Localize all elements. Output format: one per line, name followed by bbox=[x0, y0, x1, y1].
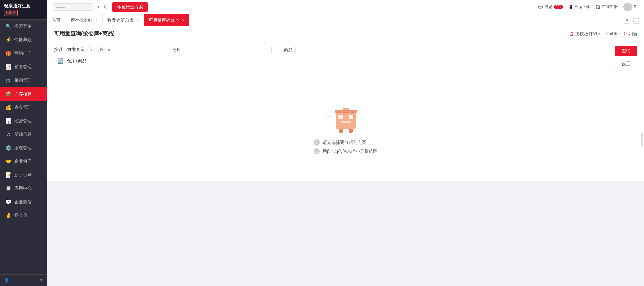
sidebar-footer[interactable]: 👤 ▼ bbox=[0, 274, 47, 286]
newguide-icon: 📝 bbox=[5, 172, 11, 178]
finance-icon: 💰 bbox=[5, 104, 11, 110]
sidebar-nav: 🔍 搜索菜单 ⚡ 快捷导航 🎁 营销推广 📈 销售管理 🛒 采购管理 📦 库存核… bbox=[0, 20, 47, 274]
user-name: Rit bbox=[634, 5, 639, 9]
sidebar-item-search[interactable]: 🔍 搜索菜单 bbox=[0, 20, 47, 33]
sidebar-item-label: 营销推广 bbox=[14, 50, 32, 56]
scheme-item-label: 仓库+商品 bbox=[67, 58, 87, 64]
sidebar-item-appcenter[interactable]: 🔲 应用中心 bbox=[0, 182, 47, 195]
goods-more-icon[interactable]: ··· bbox=[386, 47, 390, 53]
message-badge: 99+ bbox=[554, 5, 563, 9]
basic-icon: 🗂 bbox=[5, 131, 11, 137]
empty-hint-1: 1 请先选择要分析的方案 bbox=[314, 139, 378, 146]
filter-manage-scheme-btn[interactable]: ⚙ bbox=[98, 46, 105, 53]
topbar-search-box[interactable]: ▬▬ bbox=[53, 3, 93, 11]
sidebar-item-label: 销售管理 bbox=[14, 64, 32, 70]
tab-home-label: 首页 bbox=[52, 17, 61, 23]
user-avatar-icon bbox=[623, 3, 632, 11]
hint-number-1: 1 bbox=[314, 139, 320, 146]
topbar-service[interactable]: 🎧 在线客服 bbox=[595, 4, 618, 10]
sidebar-item-label: 企业微信 bbox=[14, 199, 32, 205]
export-label: 导出 bbox=[609, 31, 618, 37]
tab-available-close[interactable]: × bbox=[182, 18, 184, 23]
tab-available[interactable]: 可用量库存账本 × bbox=[144, 14, 189, 26]
sidebar-item-inventory[interactable]: 📦 库存核算 bbox=[0, 87, 47, 101]
sidebar-item-label: 库存核算 bbox=[14, 91, 32, 97]
settings-button[interactable]: 设置 bbox=[615, 59, 637, 69]
topbar-dropdown-icon[interactable]: ▾ bbox=[97, 4, 100, 9]
query-button[interactable]: 查询 bbox=[615, 46, 637, 56]
sidebar-item-member[interactable]: ✌ 畅会员 bbox=[0, 209, 47, 222]
goods-input[interactable] bbox=[295, 46, 383, 54]
filter-collapse-icon[interactable]: « bbox=[108, 47, 110, 52]
topbar-user[interactable]: Rit bbox=[623, 3, 639, 11]
filter-scheme-item-warehouse-goods[interactable]: 🔄 仓库+商品 bbox=[54, 56, 161, 66]
sidebar-logo: 畅康通好生意 bbox=[4, 3, 30, 9]
warehouse-input[interactable] bbox=[184, 46, 272, 54]
svg-line-10 bbox=[359, 110, 363, 114]
svg-line-9 bbox=[327, 116, 332, 117]
refresh-action[interactable]: ↻ 刷新 bbox=[623, 31, 637, 37]
sidebar-item-finance[interactable]: 💰 资金管理 bbox=[0, 101, 47, 114]
empty-illustration bbox=[326, 100, 366, 134]
sidebar-item-newguide[interactable]: 📝 新手引导 bbox=[0, 168, 47, 182]
sidebar-item-operation[interactable]: 📊 经营管理 bbox=[0, 114, 47, 128]
tab-stock-summary-close[interactable]: × bbox=[136, 18, 139, 23]
hint-text-1: 请先选择要分析的方案 bbox=[323, 139, 366, 146]
print-label: 按模板打印 bbox=[575, 31, 597, 37]
sidebar: 畅康通好生意 标准版 🔍 搜索菜单 ⚡ 快捷导航 🎁 营销推广 📈 销售管理 🛒… bbox=[0, 0, 47, 286]
tabs-controls: ✕ ⛶ bbox=[620, 14, 644, 26]
sidebar-item-label: 经营管理 bbox=[14, 118, 32, 124]
tab-batch[interactable]: 库存批次账 × bbox=[66, 14, 103, 26]
sidebar-scroll-down-icon[interactable]: ▼ bbox=[39, 278, 43, 283]
enterprise-icon: 🤝 bbox=[5, 158, 11, 164]
topbar-app-download[interactable]: 📱 App下载 bbox=[568, 4, 590, 10]
svg-rect-4 bbox=[343, 108, 349, 110]
tab-batch-close[interactable]: × bbox=[95, 18, 98, 23]
wechat-icon: 💬 bbox=[5, 199, 11, 205]
appcenter-icon: 🔲 bbox=[5, 185, 11, 191]
trial-button[interactable]: 体验行业方案 bbox=[112, 2, 148, 12]
sidebar-item-purchase[interactable]: 🛒 采购管理 bbox=[0, 74, 47, 87]
sidebar-item-marketing[interactable]: 🎁 营销推广 bbox=[0, 47, 47, 60]
sidebar-item-label: 基础信息 bbox=[14, 131, 32, 137]
sidebar-item-enterprise[interactable]: 🤝 企业协同 bbox=[0, 155, 47, 168]
svg-rect-2 bbox=[349, 115, 353, 119]
phone-icon: 📱 bbox=[568, 5, 573, 9]
svg-rect-7 bbox=[349, 129, 353, 133]
tab-home[interactable]: 首页 bbox=[47, 14, 66, 26]
headset-icon: 🎧 bbox=[595, 5, 600, 9]
tab-batch-label: 库存批次账 bbox=[71, 17, 93, 23]
main-area: ▬▬ ▾ ⚙ 体验行业方案 💬 消息 99+ 📱 App下载 🎧 在线客服 Ri… bbox=[47, 0, 644, 286]
sidebar-item-shortcut[interactable]: ⚡ 快捷导航 bbox=[0, 33, 47, 47]
sidebar-item-system[interactable]: ⚙️ 系统管理 bbox=[0, 141, 47, 155]
sidebar-item-basic[interactable]: 🗂 基础信息 bbox=[0, 128, 47, 141]
sidebar-item-sales[interactable]: 📈 销售管理 bbox=[0, 60, 47, 74]
tab-available-label: 可用量库存账本 bbox=[149, 17, 179, 23]
system-icon: ⚙️ bbox=[5, 145, 11, 151]
warehouse-field-label: 仓库 bbox=[172, 47, 181, 53]
svg-line-8 bbox=[329, 110, 332, 114]
print-action[interactable]: 🖨 按模板打印 ▾ bbox=[569, 31, 600, 37]
print-dropdown-icon[interactable]: ▾ bbox=[598, 32, 600, 36]
filter-add-scheme-btn[interactable]: + bbox=[87, 46, 95, 53]
sidebar-item-label: 畅会员 bbox=[14, 212, 27, 218]
refresh-label: 刷新 bbox=[628, 31, 637, 37]
topbar-message[interactable]: 💬 消息 99+ bbox=[538, 4, 563, 10]
tab-close-btn[interactable]: ✕ bbox=[624, 17, 630, 24]
page-header: 可用量查询(按仓库+商品) 🖨 按模板打印 ▾ ↑ 导出 ↻ 刷新 bbox=[47, 26, 644, 42]
filter-scheme-header: 按以下方案查询 + ⚙ « bbox=[54, 46, 161, 53]
hint-text-2: 用[过滤]条件来缩小分析范围 bbox=[323, 148, 378, 154]
sidebar-item-wechat[interactable]: 💬 企业微信 bbox=[0, 195, 47, 209]
sidebar-item-label: 系统管理 bbox=[14, 145, 32, 151]
inventory-icon: 📦 bbox=[5, 91, 11, 97]
tab-expand-btn[interactable]: ⛶ bbox=[633, 17, 640, 24]
sidebar-item-label: 快捷导航 bbox=[14, 37, 32, 43]
empty-state: 1 请先选择要分析的方案 2 用[过滤]条件来缩小分析范围 bbox=[47, 73, 644, 181]
member-icon: ✌ bbox=[5, 212, 11, 218]
scrollbar-handle[interactable] bbox=[641, 133, 643, 146]
topbar-gear-icon[interactable]: ⚙ bbox=[104, 4, 108, 10]
tab-stock-summary[interactable]: 收发存汇总表 × bbox=[103, 14, 144, 26]
filter-scheme-label: 按以下方案查询 bbox=[54, 47, 85, 53]
export-action[interactable]: ↑ 导出 bbox=[606, 31, 618, 37]
warehouse-more-icon[interactable]: ··· bbox=[274, 47, 279, 53]
